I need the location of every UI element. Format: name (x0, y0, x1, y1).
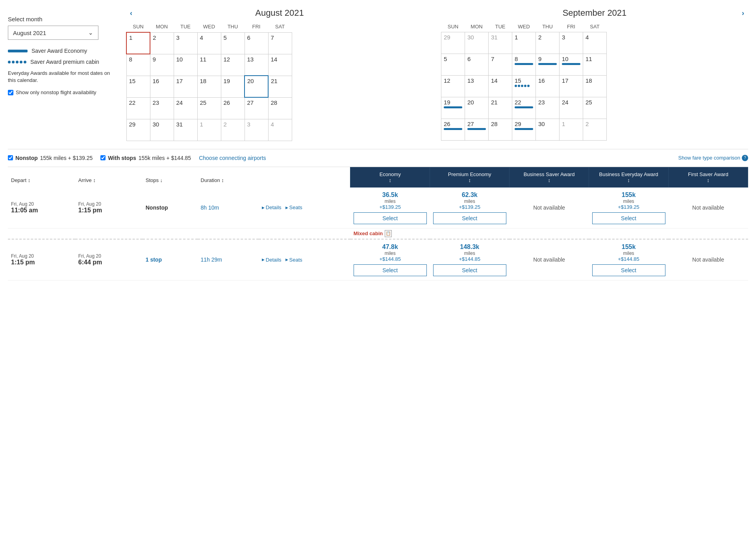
nonstop-checkbox-row[interactable]: Show only nonstop flight availability (8, 89, 118, 95)
economy-header[interactable]: Economy ↕ (350, 167, 430, 187)
aug-day-12[interactable]: 12 (221, 54, 245, 76)
sep-day-6[interactable]: 6 (465, 54, 489, 76)
row1-biz-everyday-select-btn[interactable]: Select (592, 212, 665, 224)
month-dropdown[interactable]: August 2021 ⌄ (8, 26, 98, 40)
row2-economy-select-btn[interactable]: Select (354, 264, 427, 276)
sep-day-10[interactable]: 10 (560, 54, 583, 76)
aug-day-23[interactable]: 23 (150, 97, 174, 119)
sep-other-30[interactable]: 30 (465, 32, 489, 54)
sep-day-1[interactable]: 1 (512, 32, 536, 54)
aug-day-16[interactable]: 16 (150, 76, 174, 97)
sep-day-26[interactable]: 26 (441, 119, 465, 141)
nonstop-filter-checkbox[interactable] (8, 155, 13, 160)
sep-day-30[interactable]: 30 (536, 119, 560, 141)
sep-day-25[interactable]: 25 (583, 97, 607, 119)
aug-day-14[interactable]: 14 (268, 54, 292, 76)
aug-day-25[interactable]: 25 (197, 97, 221, 119)
sep-day-13[interactable]: 13 (465, 76, 489, 97)
aug-day-7[interactable]: 7 (268, 32, 292, 54)
sep-day-12[interactable]: 12 (441, 76, 465, 97)
sep-day-4[interactable]: 4 (583, 32, 607, 54)
stops-header[interactable]: Stops ↓ (143, 167, 198, 187)
aug-other-1[interactable]: 1 (197, 119, 221, 141)
aug-day-31[interactable]: 31 (174, 119, 197, 141)
arrive-header[interactable]: Arrive ↕ (75, 167, 143, 187)
sep-day-28[interactable]: 28 (489, 119, 512, 141)
show-fare-comparison-link[interactable]: Show fare type comparison ? (678, 155, 748, 161)
biz-everyday-header[interactable]: Business Everyday Award ↕ (589, 167, 669, 187)
aug-day-29[interactable]: 29 (126, 119, 150, 141)
depart-header[interactable]: Depart ↕ (8, 167, 75, 187)
biz-saver-header[interactable]: Business Saver Award ↕ (510, 167, 589, 187)
aug-day-8[interactable]: 8 (126, 54, 150, 76)
nonstop-checkbox[interactable] (8, 90, 13, 95)
sep-day-11[interactable]: 11 (583, 54, 607, 76)
sep-day-20[interactable]: 20 (465, 97, 489, 119)
sep-day-2[interactable]: 2 (536, 32, 560, 54)
aug-day-11[interactable]: 11 (197, 54, 221, 76)
sep-day-7[interactable]: 7 (489, 54, 512, 76)
row1-economy-select-btn[interactable]: Select (354, 212, 427, 224)
next-month-btn[interactable]: › (738, 9, 748, 17)
prev-month-btn[interactable]: ‹ (126, 9, 136, 17)
row2-details-link[interactable]: Details (262, 257, 282, 263)
duration-header[interactable]: Duration ↕ (198, 167, 259, 187)
sep-day-21[interactable]: 21 (489, 97, 512, 119)
aug-other-2[interactable]: 2 (221, 119, 245, 141)
row2-seats-link[interactable]: Seats (285, 257, 302, 263)
sep-other-2[interactable]: 2 (583, 119, 607, 141)
row2-premium-select-btn[interactable]: Select (433, 264, 506, 276)
row1-details-link[interactable]: Details (262, 204, 282, 210)
aug-day-27[interactable]: 27 (245, 97, 268, 119)
sep-day-14[interactable]: 14 (489, 76, 512, 97)
aug-other-3[interactable]: 3 (245, 119, 268, 141)
sep-day-23[interactable]: 23 (536, 97, 560, 119)
first-saver-header[interactable]: First Saver Award ↕ (669, 167, 748, 187)
aug-day-4[interactable]: 4 (197, 32, 221, 54)
premium-economy-header[interactable]: Premium Economy ↕ (430, 167, 510, 187)
sep-day-29[interactable]: 29 (512, 119, 536, 141)
withstops-filter-checkbox[interactable] (100, 155, 106, 160)
aug-day-30[interactable]: 30 (150, 119, 174, 141)
sep-day-5[interactable]: 5 (441, 54, 465, 76)
sep-day-19[interactable]: 19 (441, 97, 465, 119)
aug-day-3[interactable]: 3 (174, 32, 197, 54)
aug-day-21[interactable]: 21 (268, 76, 292, 97)
sep-day-8[interactable]: 8 (512, 54, 536, 76)
sep-day-22[interactable]: 22 (512, 97, 536, 119)
aug-day-20[interactable]: 20 (245, 76, 268, 97)
sep-other-29[interactable]: 29 (441, 32, 465, 54)
sep-day-24[interactable]: 24 (560, 97, 583, 119)
sep-day-17[interactable]: 17 (560, 76, 583, 97)
sep-day-27[interactable]: 27 (465, 119, 489, 141)
aug-day-26[interactable]: 26 (221, 97, 245, 119)
aug-day-18[interactable]: 18 (197, 76, 221, 97)
aug-day-15[interactable]: 15 (126, 76, 150, 97)
row2-biz-everyday-select-btn[interactable]: Select (592, 264, 665, 276)
aug-day-9[interactable]: 9 (150, 54, 174, 76)
aug-day-13[interactable]: 13 (245, 54, 268, 76)
sep-day-16[interactable]: 16 (536, 76, 560, 97)
aug-day-17[interactable]: 17 (174, 76, 197, 97)
sep-other-1[interactable]: 1 (560, 119, 583, 141)
sep-day-9[interactable]: 9 (536, 54, 560, 76)
aug-day-24[interactable]: 24 (174, 97, 197, 119)
nonstop-option[interactable]: Nonstop 155k miles + $139.25 (8, 155, 93, 161)
aug-day-22[interactable]: 22 (126, 97, 150, 119)
aug-day-6[interactable]: 6 (245, 32, 268, 54)
sep-day-15[interactable]: 15 (512, 76, 536, 97)
sep-day-3[interactable]: 3 (560, 32, 583, 54)
aug-day-2[interactable]: 2 (150, 32, 174, 54)
aug-day-5[interactable]: 5 (221, 32, 245, 54)
sep-other-31[interactable]: 31 (489, 32, 512, 54)
aug-day-1[interactable]: 1 (126, 32, 150, 54)
sep-day-18[interactable]: 18 (583, 76, 607, 97)
aug-day-10[interactable]: 10 (174, 54, 197, 76)
aug-day-19[interactable]: 19 (221, 76, 245, 97)
choose-airports-link[interactable]: Choose connecting airports (199, 155, 266, 161)
withstops-option[interactable]: With stops 155k miles + $144.85 (100, 155, 191, 161)
aug-day-28[interactable]: 28 (268, 97, 292, 119)
row1-premium-select-btn[interactable]: Select (433, 212, 506, 224)
aug-other-4[interactable]: 4 (268, 119, 292, 141)
row1-seats-link[interactable]: Seats (285, 204, 302, 210)
